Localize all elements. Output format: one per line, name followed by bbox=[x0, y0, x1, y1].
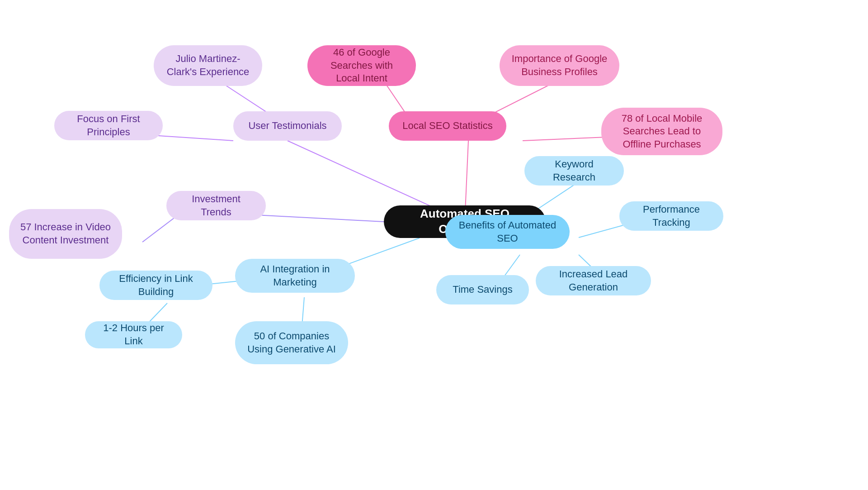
google-searches-local-intent-node: 46 of Google Searches with Local Intent bbox=[307, 45, 416, 86]
local-seo-statistics-node: Local SEO Statistics bbox=[389, 111, 506, 141]
focus-first-principles-node: Focus on First Principles bbox=[54, 111, 163, 140]
performance-tracking-node: Performance Tracking bbox=[619, 201, 723, 231]
google-business-profiles-node: Importance of Google Business Profiles bbox=[500, 45, 619, 86]
benefits-automated-seo-node: Benefits of Automated SEO bbox=[445, 215, 570, 249]
efficiency-link-building-node: Efficiency in Link Building bbox=[99, 271, 212, 300]
companies-generative-ai-node: 50 of Companies Using Generative AI bbox=[235, 321, 348, 364]
hours-per-link-node: 1-2 Hours per Link bbox=[85, 321, 182, 348]
lead-generation-node: Increased Lead Generation bbox=[536, 266, 651, 295]
video-content-investment-node: 57 Increase in Video Content Investment bbox=[9, 209, 122, 259]
time-savings-node: Time Savings bbox=[436, 275, 529, 304]
keyword-research-node: Keyword Research bbox=[524, 156, 624, 186]
mindmap-container: Automated SEO Overview User Testimonials… bbox=[0, 0, 868, 490]
user-testimonials-node: User Testimonials bbox=[233, 111, 342, 141]
ai-integration-node: AI Integration in Marketing bbox=[235, 259, 355, 293]
connections-svg bbox=[0, 0, 868, 490]
local-mobile-searches-node: 78 of Local Mobile Searches Lead to Offl… bbox=[601, 108, 722, 155]
julio-experience-node: Julio Martinez-Clark's Experience bbox=[154, 45, 262, 86]
investment-trends-node: Investment Trends bbox=[166, 191, 266, 220]
